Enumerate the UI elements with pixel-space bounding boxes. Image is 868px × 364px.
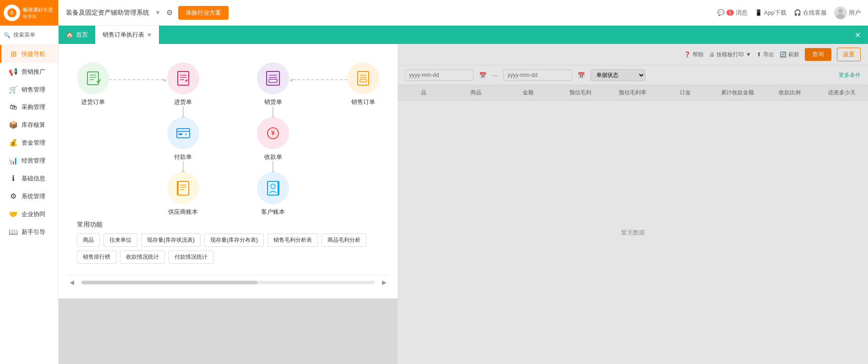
logo-area: 6 畅康通好生意 标准版 [0,0,58,26]
scroll-left-button[interactable]: ◀ [68,279,76,286]
purchase-icon: 🛍 [9,103,18,111]
sales-icon: 🛒 [9,85,18,94]
func-btn-product-margin[interactable]: 商品毛利分析 [322,234,366,247]
home-icon: 🏠 [66,32,73,38]
func-btn-product[interactable]: 商品 [77,234,100,247]
search-icon: 🔍 [4,32,11,38]
svg-rect-22 [179,133,182,135]
finance-icon: 💰 [9,138,18,147]
function-buttons-row2: 销售排行榜 收款情况统计 付款情况统计 [77,250,379,264]
flow-node-sales-bill[interactable]: 销货单 [257,62,289,106]
enterprise-icon: 🤝 [9,210,18,218]
sales-bill-down-arrow [273,106,273,117]
func-btn-sales-margin[interactable]: 销售毛利分析表 [267,234,318,247]
purchase-bill-down-arrow [183,106,184,117]
customer-ledger-label: 客户账本 [261,208,285,216]
quick-nav-icon: ⊞ [9,49,18,58]
sidebar-item-basic[interactable]: ℹ 基础信息 [0,169,58,187]
flow-node-sales-order[interactable]: 销售订单 [347,62,379,106]
sidebar-item-marketing[interactable]: 📢 营销推广 [0,63,58,81]
purchase-bill-label: 进货单 [174,98,192,106]
customer-ledger-circle[interactable] [257,172,289,204]
content-area: ❓ 帮助 🖨 按模板打印 ▼ ⬆ 导出 🔄 刷新 查询 设置 [59,44,868,364]
newbie-icon: 📖 [9,228,18,236]
svg-point-33 [271,184,275,189]
scrollbar-thumb[interactable] [82,281,257,284]
user-avatar[interactable]: 用户 [834,6,861,19]
flow-node-payment-bill[interactable]: ¥ 付款单 [167,117,199,161]
func-btn-stock-status[interactable]: 现存量(库存状况表) [141,234,201,247]
svg-point-2 [838,9,843,13]
payment-bill-label: 付款单 [174,153,192,161]
func-btn-partner[interactable]: 往来单位 [104,234,137,247]
purchase-order-label: 进货订单 [81,98,105,106]
tab-close-button[interactable]: ✕ [147,32,152,38]
sales-order-circle[interactable] [347,62,379,94]
func-btn-stock-dist[interactable]: 现存量(库存分布表) [204,234,264,247]
main-area: 装备及固定资产辅助管理系统 ▼ ⚙ 体验行业方案 💬 5 消息 📱 App下载 … [59,0,868,364]
system-icon: ⚙ [9,192,18,201]
logo-icon: 6 [4,5,20,21]
sidebar-item-purchase[interactable]: 🛍 采购管理 [0,98,58,116]
func-btn-sales-rank[interactable]: 销售排行榜 [77,250,116,264]
flow-node-purchase-order[interactable]: 进货订单 [77,62,109,106]
experience-button[interactable]: 体验行业方案 [178,6,229,20]
svg-rect-20 [177,129,190,138]
sidebar-item-sales[interactable]: 🛒 销售管理 [0,81,58,98]
sidebar-item-newbie[interactable]: 📖 新手引导 [0,223,58,241]
search-menu-button[interactable]: 🔍 搜索菜单 [4,29,55,41]
function-buttons-row1: 商品 往来单位 现存量(库存状况表) 现存量(库存分布表) 销售毛利分析表 商品… [77,234,379,247]
flow-node-customer-ledger[interactable]: 客户账本 [257,172,289,216]
flow-node-supplier-ledger[interactable]: 供应商账本 [167,172,199,216]
svg-rect-15 [269,79,277,82]
dropdown-icon[interactable]: ▼ [155,9,161,16]
flow-node-receipt-bill[interactable]: ¥ 收款单 [257,117,289,161]
marketing-icon: 📢 [9,67,18,76]
sidebar-item-finance[interactable]: 💰 资金管理 [0,134,58,152]
tab-home[interactable]: 🏠 首页 [59,26,95,44]
logo-text: 畅康通好生意 标准版 [23,6,53,19]
sales-bill-circle[interactable] [257,62,289,94]
purchase-bill-circle[interactable] [167,62,199,94]
online-service-button[interactable]: 🎧 在线客服 [794,9,827,17]
svg-rect-16 [358,71,369,85]
sales-bill-label: 销货单 [264,98,282,106]
svg-rect-12 [267,71,279,85]
svg-rect-32 [278,181,279,195]
tabbar: 🏠 首页 销售订单执行表 ✕ ✕ [59,26,868,44]
scrollbar-track[interactable] [82,281,375,284]
func-btn-payment-stats[interactable]: 付款情况统计 [169,250,213,264]
supplier-ledger-circle[interactable] [167,172,199,204]
message-button[interactable]: 💬 5 消息 [717,9,748,17]
svg-text:6: 6 [11,10,14,16]
sidebar: 6 畅康通好生意 标准版 🔍 搜索菜单 ⊞ 快捷导航 📢 营销推广 🛒 销售管理… [0,0,59,364]
sidebar-item-inventory[interactable]: 📦 库存核算 [0,116,58,134]
svg-rect-27 [177,181,179,195]
sidebar-item-quick-nav[interactable]: ⊞ 快捷导航 [0,45,58,63]
svg-text:¥: ¥ [271,129,275,136]
supplier-ledger-label: 供应商账本 [168,208,198,216]
topbar-right: 💬 5 消息 📱 App下载 🎧 在线客服 用户 [717,6,861,19]
scroll-right-button[interactable]: ▶ [380,279,388,286]
payment-bill-circle[interactable]: ¥ [167,117,199,149]
sidebar-item-enterprise[interactable]: 🤝 企业协同 [0,205,58,223]
basic-icon: ℹ [9,174,18,183]
flow-node-purchase-bill[interactable]: 进货单 [167,62,199,106]
svg-rect-26 [178,181,189,195]
sidebar-item-operation[interactable]: 📊 经营管理 [0,152,58,169]
func-btn-receipt-stats[interactable]: 收款情况统计 [120,250,165,264]
receipt-bill-circle[interactable]: ¥ [257,117,289,149]
sidebar-item-system[interactable]: ⚙ 系统管理 [0,187,58,205]
receipt-bill-down-arrow [273,161,273,172]
flow-dialog: 进货订单 ▶ [59,44,398,299]
flow-dialog-overlay: 进货订单 ▶ [59,44,868,364]
download-icon: 📱 [755,9,762,16]
sales-order-label: 销售订单 [351,98,375,106]
search-menu-area[interactable]: 🔍 搜索菜单 [0,26,58,45]
system-title: 装备及固定资产辅助管理系统 [66,9,149,17]
app-download-button[interactable]: 📱 App下载 [755,9,786,17]
settings-icon[interactable]: ⚙ [166,8,173,17]
purchase-order-circle[interactable] [77,62,109,94]
close-main-button[interactable]: ✕ [847,31,868,39]
tab-sales-order[interactable]: 销售订单执行表 ✕ [95,26,159,44]
